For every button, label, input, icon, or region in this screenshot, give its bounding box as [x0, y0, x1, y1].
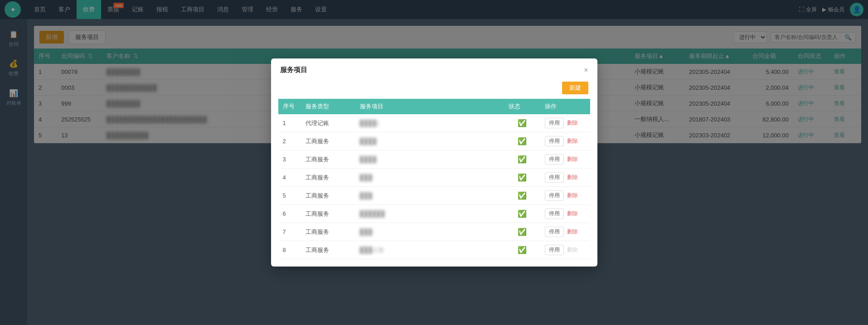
- mcell-seq: 8: [278, 241, 301, 259]
- mcell-item: ███: [355, 169, 504, 187]
- mcell-type: 工商服务: [301, 205, 355, 223]
- delete-button[interactable]: 删除: [565, 192, 580, 199]
- mcell-action: 停用 删除: [540, 114, 590, 132]
- stop-button[interactable]: 停用: [545, 245, 564, 255]
- modal-table-row: 5 工商服务 ███ ✅ 停用 删除: [278, 187, 590, 205]
- mth-seq: 序号: [278, 99, 301, 114]
- stop-button[interactable]: 停用: [545, 118, 564, 128]
- stop-button[interactable]: 停用: [545, 190, 564, 201]
- stop-button[interactable]: 停用: [545, 209, 564, 219]
- mcell-seq: 2: [278, 132, 301, 150]
- mcell-action: 停用 删除: [540, 205, 590, 223]
- status-active-icon: ✅: [518, 119, 527, 127]
- mcell-seq: 7: [278, 223, 301, 241]
- stop-button[interactable]: 停用: [545, 227, 564, 237]
- mcell-item: ████: [355, 132, 504, 150]
- modal-title: 服务项目: [280, 66, 307, 74]
- delete-button: 删除: [565, 246, 580, 254]
- mcell-action: 停用 删除: [540, 132, 590, 150]
- modal-table-row: 8 工商服务 ███注册 ✅ 停用 删除: [278, 241, 590, 259]
- mcell-action: 停用 删除: [540, 187, 590, 205]
- modal-table-row: 1 代理记账 ████1 ✅ 停用 删除: [278, 114, 590, 132]
- mcell-item: ███注册: [355, 241, 504, 259]
- mcell-status: ✅: [504, 187, 540, 205]
- delete-button[interactable]: 删除: [565, 228, 580, 236]
- mcell-seq: 6: [278, 205, 301, 223]
- mcell-item: ███: [355, 223, 504, 241]
- modal-header: 服务项目 ×: [271, 58, 597, 79]
- mcell-type: 工商服务: [301, 187, 355, 205]
- main-layout: 📋 合同 💰 收费 📊 对账单 新增 服务项目 进行中 已结束 全部: [0, 19, 868, 325]
- mcell-type: 代理记账: [301, 114, 355, 132]
- mcell-action: 停用 删除: [540, 241, 590, 259]
- mcell-seq: 1: [278, 114, 301, 132]
- mcell-item: ████1: [355, 114, 504, 132]
- delete-button[interactable]: 删除: [565, 137, 580, 145]
- mcell-item: ████: [355, 150, 504, 169]
- status-active-icon: ✅: [518, 228, 527, 236]
- mcell-type: 工商服务: [301, 241, 355, 259]
- mcell-action: 停用 删除: [540, 169, 590, 187]
- mcell-type: 工商服务: [301, 223, 355, 241]
- mcell-seq: 3: [278, 150, 301, 169]
- modal-toolbar: 新建: [271, 79, 597, 99]
- status-active-icon: ✅: [518, 174, 527, 181]
- mcell-action: 停用 删除: [540, 223, 590, 241]
- modal-table-wrap: 序号 服务类型 服务项目 状态 操作 1 代理记账 ████1 ✅: [271, 99, 597, 267]
- mcell-status: ✅: [504, 114, 540, 132]
- mcell-seq: 5: [278, 187, 301, 205]
- status-active-icon: ✅: [518, 210, 527, 218]
- mcell-status: ✅: [504, 223, 540, 241]
- mcell-type: 工商服务: [301, 150, 355, 169]
- delete-button[interactable]: 删除: [565, 210, 580, 218]
- mcell-status: ✅: [504, 205, 540, 223]
- stop-button[interactable]: 停用: [545, 154, 564, 165]
- mcell-type: 工商服务: [301, 169, 355, 187]
- status-active-icon: ✅: [518, 155, 527, 163]
- content-area: 新增 服务项目 进行中 已结束 全部 🔍 序: [27, 19, 868, 325]
- mcell-status: ✅: [504, 241, 540, 259]
- modal-table-row: 2 工商服务 ████ ✅ 停用 删除: [278, 132, 590, 150]
- modal-table-row: 7 工商服务 ███ ✅ 停用 删除: [278, 223, 590, 241]
- modal-new-button[interactable]: 新建: [562, 82, 588, 94]
- modal: 服务项目 × 新建 序号 服务类型 服务项目 状态: [271, 58, 597, 267]
- stop-button[interactable]: 停用: [545, 172, 564, 183]
- mcell-status: ✅: [504, 132, 540, 150]
- modal-close-button[interactable]: ×: [584, 67, 588, 74]
- delete-button[interactable]: 删除: [565, 119, 580, 127]
- status-active-icon: ✅: [518, 137, 527, 145]
- modal-table-row: 6 工商服务 ██████ ✅ 停用 删除: [278, 205, 590, 223]
- modal-table: 序号 服务类型 服务项目 状态 操作 1 代理记账 ████1 ✅: [278, 99, 590, 259]
- mth-type: 服务类型: [301, 99, 355, 114]
- mcell-item: ██████: [355, 205, 504, 223]
- mcell-type: 工商服务: [301, 132, 355, 150]
- delete-button[interactable]: 删除: [565, 174, 580, 181]
- modal-overlay[interactable]: 服务项目 × 新建 序号 服务类型 服务项目 状态: [27, 19, 868, 325]
- mcell-status: ✅: [504, 169, 540, 187]
- mcell-action: 停用 删除: [540, 150, 590, 169]
- modal-table-row: 4 工商服务 ███ ✅ 停用 删除: [278, 169, 590, 187]
- mth-item: 服务项目: [355, 99, 504, 114]
- stop-button[interactable]: 停用: [545, 136, 564, 146]
- mth-status: 状态: [504, 99, 540, 114]
- delete-button[interactable]: 删除: [565, 155, 580, 163]
- mcell-status: ✅: [504, 150, 540, 169]
- mcell-item: ███: [355, 187, 504, 205]
- modal-table-body: 1 代理记账 ████1 ✅ 停用 删除 2 工商服务 ████ ✅ 停用 删除…: [278, 114, 590, 259]
- mth-action: 操作: [540, 99, 590, 114]
- status-active-icon: ✅: [518, 246, 527, 254]
- modal-table-row: 3 工商服务 ████ ✅ 停用 删除: [278, 150, 590, 169]
- status-active-icon: ✅: [518, 192, 527, 199]
- mcell-seq: 4: [278, 169, 301, 187]
- modal-table-head: 序号 服务类型 服务项目 状态 操作: [278, 99, 590, 114]
